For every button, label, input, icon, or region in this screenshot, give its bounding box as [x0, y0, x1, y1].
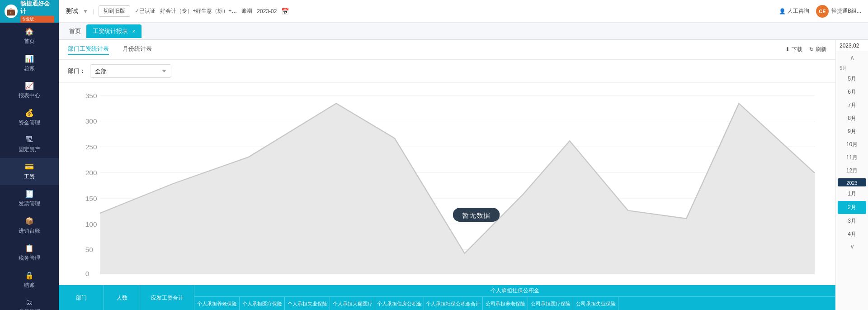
tab-salary[interactable]: 工资统计报表 ×: [86, 24, 142, 38]
sidebar-item-salary[interactable]: 💳 工资: [0, 158, 59, 185]
user-menu[interactable]: CE 轻捷通B组...: [816, 5, 861, 18]
date-panel-value: 2023.02: [840, 43, 859, 49]
th-pension: 个人承担养老保险: [194, 297, 240, 310]
sidebar-label-invoice: 发票管理: [19, 200, 40, 208]
tab-home[interactable]: 首页: [66, 24, 85, 38]
th-personal-total: 个人承担社保公积金合计: [424, 297, 483, 310]
th-dept: 部门: [59, 285, 104, 310]
app-badge: 专业版: [20, 16, 54, 23]
svg-text:200: 200: [85, 170, 97, 176]
ledger-icon: 📊: [25, 54, 34, 63]
username: 轻捷通B组...: [831, 7, 861, 15]
svg-text:暂无数据: 暂无数据: [462, 212, 491, 219]
th-group-label: 个人承担社保公积金: [194, 285, 835, 297]
app-name: 畅捷通好会计: [20, 0, 54, 15]
avatar: CE: [816, 5, 829, 18]
tab-close-icon[interactable]: ×: [132, 29, 135, 34]
sub-tab-monthly[interactable]: 月份统计表: [123, 45, 152, 55]
salary-icon: 💳: [25, 162, 34, 171]
sidebar-item-funds[interactable]: 💰 资金管理: [0, 104, 59, 131]
calendar-icon[interactable]: 📅: [281, 8, 289, 15]
th-company-pension: 公司承担养老保险: [483, 297, 528, 310]
year-2023[interactable]: 2023: [838, 178, 866, 186]
sidebar-item-reports[interactable]: 📈 报表中心: [0, 77, 59, 104]
tax-icon: 📋: [25, 244, 34, 253]
dept-select[interactable]: 全部: [90, 64, 171, 78]
company-dropdown-icon[interactable]: ▼: [83, 8, 88, 14]
purchase-icon: 📦: [25, 217, 34, 225]
sidebar-label-archive: 归档管理: [19, 308, 40, 310]
month-3[interactable]: 3月: [836, 215, 868, 228]
service-btn[interactable]: 👤 人工咨询: [779, 7, 809, 15]
salary-page: 部门工资统计表 月份统计表 ⬇ 下载 ↻ 刷新: [59, 40, 835, 310]
month-6[interactable]: 6月: [836, 86, 868, 99]
refresh-icon: ↻: [809, 46, 814, 52]
month-8[interactable]: 8月: [836, 112, 868, 125]
tabbar: 首页 工资统计报表 ×: [59, 23, 868, 40]
th-group-cells: 个人承担养老保险 个人承担医疗保险 个人承担失业保险 个人承担大额医疗: [194, 297, 835, 310]
reports-icon: 📈: [25, 81, 34, 90]
month-11[interactable]: 11月: [836, 151, 868, 164]
sidebar-item-ledger[interactable]: 📊 总账: [0, 50, 59, 77]
topbar: 测试 ▼ | 切到旧版 ✓已认证 好会计（专）+好生意（标）+… 账期 2023…: [59, 0, 868, 23]
th-unemployment: 个人承担失业保险: [285, 297, 330, 310]
svg-marker-16: [100, 104, 815, 274]
download-icon: ⬇: [785, 46, 790, 52]
th-company-unemployment: 公司承担失业保险: [573, 297, 618, 310]
month-9[interactable]: 9月: [836, 125, 868, 138]
month-12[interactable]: 12月: [836, 164, 868, 177]
sidebar-item-archive[interactable]: 🗂 归档管理: [0, 294, 59, 310]
date-scroll-up[interactable]: ∧: [836, 52, 868, 63]
toolbar: 部门： 全部: [59, 60, 835, 83]
month-5[interactable]: 5月: [836, 72, 868, 86]
month-2-active[interactable]: 2月: [838, 201, 866, 214]
verified-status: ✓已认证: [135, 7, 156, 15]
home-icon: 🏠: [25, 27, 34, 36]
year-2021-label: 5月: [836, 63, 868, 72]
sidebar-item-assets[interactable]: 🏗 固定资产: [0, 131, 59, 158]
plan-info: 好会计（专）+好生意（标）+…: [160, 7, 237, 15]
sidebar-label-assets: 固定资产: [19, 146, 40, 153]
sidebar-item-close[interactable]: 🔒 结账: [0, 267, 59, 294]
download-btn[interactable]: ⬇ 下载: [785, 46, 802, 53]
logo-icon: 💼: [5, 5, 18, 18]
th-housing-fund: 个人承担住房公积金: [375, 297, 424, 310]
sidebar-label-home: 首页: [24, 38, 35, 45]
refresh-btn[interactable]: ↻ 刷新: [809, 46, 826, 53]
svg-text:150: 150: [85, 195, 97, 202]
sidebar-label-tax: 税务管理: [19, 254, 40, 262]
month-7[interactable]: 7月: [836, 99, 868, 112]
company-name[interactable]: 测试: [66, 7, 78, 15]
refresh-label: 刷新: [816, 46, 826, 53]
sidebar: 💼 畅捷通好会计 专业版 🏠 首页 📊 总账 📈 报表中心 💰 资金管理 🏗 固…: [0, 0, 59, 310]
sidebar-item-tax[interactable]: 📋 税务管理: [0, 239, 59, 267]
th-company-medical: 公司承担医疗保险: [528, 297, 573, 310]
sub-tab-dept[interactable]: 部门工资统计表: [68, 45, 109, 55]
table-area: 部门 人数 应发工资合计 个人承担社保公积金: [59, 285, 835, 310]
sidebar-item-invoice[interactable]: 🧾 发票管理: [0, 185, 59, 212]
sidebar-item-purchase[interactable]: 📦 进销台账: [0, 212, 59, 239]
date-panel: 2023.02 ∧ 5月 5月 6月 7月 8月 9月 10月 11月 12月 …: [835, 40, 868, 310]
app-logo: 💼 畅捷通好会计 专业版: [0, 0, 59, 23]
svg-text:250: 250: [85, 144, 97, 151]
sidebar-item-home[interactable]: 🏠 首页: [0, 23, 59, 50]
period-label: 账期: [241, 7, 252, 15]
switch-old-btn[interactable]: 切到旧版: [99, 5, 130, 17]
main-content: 测试 ▼ | 切到旧版 ✓已认证 好会计（专）+好生意（标）+… 账期 2023…: [59, 0, 868, 310]
month-10[interactable]: 10月: [836, 138, 868, 151]
svg-text:350: 350: [85, 92, 97, 99]
topbar-right: 👤 人工咨询 CE 轻捷通B组...: [779, 5, 861, 18]
page-content: 部门工资统计表 月份统计表 ⬇ 下载 ↻ 刷新: [59, 40, 868, 310]
dept-label: 部门：: [68, 67, 85, 75]
th-major-medical: 个人承担大额医疗: [330, 297, 375, 310]
month-1[interactable]: 1月: [836, 187, 868, 200]
sidebar-label-close: 结账: [24, 281, 35, 289]
date-panel-header: 2023.02: [836, 40, 868, 52]
date-scroll-down[interactable]: ∨: [836, 241, 868, 252]
th-personal-group: 个人承担社保公积金 个人承担养老保险 个人承担医疗保险 个人承担失业保险: [194, 285, 835, 310]
sidebar-label-reports: 报表中心: [19, 92, 40, 100]
th-people: 人数: [104, 285, 140, 310]
download-label: 下载: [792, 46, 802, 53]
month-4[interactable]: 4月: [836, 228, 868, 241]
invoice-icon: 🧾: [25, 190, 34, 198]
